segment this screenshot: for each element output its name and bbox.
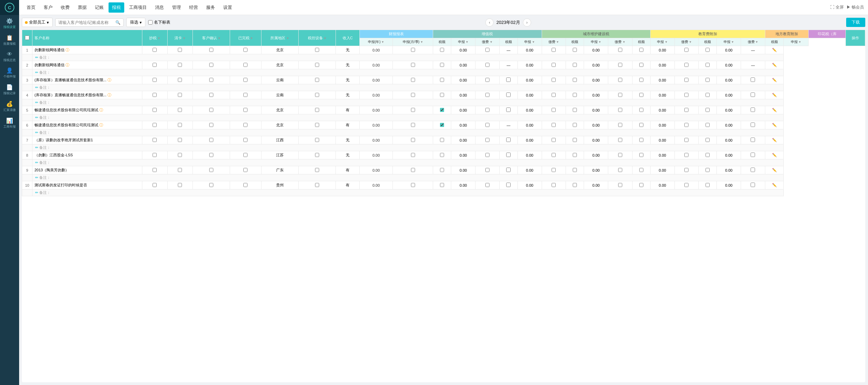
nav-settings[interactable]: 设置: [220, 2, 236, 13]
zz-shen: [475, 121, 500, 129]
income-cell: 无: [336, 151, 359, 159]
tax-device-cell: [299, 181, 336, 189]
nav-industrial[interactable]: 工商项目: [126, 2, 150, 13]
row-num: 8: [22, 151, 32, 159]
caiwu-month-cell: [433, 46, 451, 54]
zz-shen: [475, 61, 500, 69]
region-cell: 北京: [261, 46, 298, 54]
zz-val: 0.00: [451, 76, 475, 84]
df-shen: [674, 151, 699, 159]
jy-jiao: [632, 121, 650, 129]
app-logo: C: [0, 0, 19, 15]
table-row: 2 勿删新锐网络通信 ⓘ 北京 无 0.00 0.00 — 0.00 0.00 …: [22, 61, 865, 69]
table-row: 9 2013（陶美芳勿删） 广东 有 0.00 0.00 0.00 0.00 0…: [22, 166, 865, 174]
sidebar-item-annual-report[interactable]: 📊 工商年报: [0, 115, 19, 131]
client-name: 2013（陶美芳勿删）: [32, 166, 142, 174]
th-jy-tax: 税额: [632, 38, 650, 46]
filter-button[interactable]: 筛选 ▾: [126, 18, 145, 27]
name-list-checkbox[interactable]: [148, 20, 153, 25]
fullscreen-btn[interactable]: ⛶ 全屏: [830, 4, 843, 10]
zz-val: 0.00: [451, 151, 475, 159]
df-jiao: [699, 136, 717, 144]
note-row: ✏ 备注：: [22, 129, 865, 136]
yh-val: 0.00: [717, 106, 741, 114]
zz-val: 0.00: [451, 61, 475, 69]
sidebar-item-tax-records[interactable]: 📄 报税记录: [0, 81, 19, 98]
batch-tax-icon: 📋: [6, 34, 13, 41]
zz-jiao: —: [499, 46, 517, 54]
nav-records[interactable]: 记账: [91, 2, 107, 13]
zz-shen: [475, 136, 500, 144]
nav-invoice[interactable]: 票据: [74, 2, 90, 13]
zz-jiao: —: [499, 61, 517, 69]
region-cell: 广东: [261, 166, 298, 174]
sidebar-item-tax-view[interactable]: 👁 报税总览: [0, 48, 19, 65]
nav-service[interactable]: 服务: [203, 2, 218, 13]
jy-val: 0.00: [584, 91, 608, 99]
th-cs-jiao: 缴费▼: [542, 38, 566, 46]
jy-jiao: [632, 91, 650, 99]
tax-device-cell: [299, 166, 336, 174]
sidebar-item-tax-settings[interactable]: ⚙️ 报税设置: [0, 15, 19, 32]
sidebar-item-batch-tax[interactable]: 📋 批量报税: [0, 32, 19, 48]
sidebar-item-personal-tax[interactable]: 👤 个税申报: [0, 65, 19, 81]
jy-jiao: [632, 61, 650, 69]
caiwu-year-cell: [393, 121, 433, 129]
edit-cell[interactable]: ✏️: [765, 61, 784, 69]
download-button[interactable]: 下载: [846, 18, 865, 27]
copy-tax-cell: [142, 106, 167, 114]
jy-jiao: [632, 106, 650, 114]
jy-jiao: [632, 136, 650, 144]
name-list-label: 名下标表: [154, 19, 170, 25]
region-cell: 北京: [261, 121, 298, 129]
paid-cell: [230, 136, 261, 144]
cs-shen: [542, 166, 566, 174]
zz-jiao: [499, 166, 517, 174]
df-shen: [674, 46, 699, 54]
edit-cell[interactable]: ✏️: [765, 166, 784, 174]
edit-cell[interactable]: ✏️: [765, 136, 784, 144]
jy-jiao: [632, 46, 650, 54]
nav-management[interactable]: 管理: [169, 2, 184, 13]
clear-card-cell: [167, 46, 193, 54]
nav-messages[interactable]: 消息: [152, 2, 167, 13]
edit-cell[interactable]: ✏️: [765, 121, 784, 129]
name-list-checkbox-label[interactable]: 名下标表: [148, 19, 170, 25]
edit-cell[interactable]: ✏️: [765, 181, 784, 189]
nav-billing[interactable]: 收费: [57, 2, 73, 13]
region-cell: 贵州: [261, 181, 298, 189]
nav-operation[interactable]: 经营: [186, 2, 201, 13]
clear-card-cell: [167, 76, 193, 84]
nav-home[interactable]: 首页: [23, 2, 39, 13]
th-income: 收入C: [336, 30, 359, 46]
member-btn[interactable]: ▶ 畅会员: [846, 4, 864, 10]
yh-shen: —: [741, 61, 765, 69]
sidebar-item-summary[interactable]: 💰 汇算清缴: [0, 98, 19, 115]
th-group-zengjia: 增值税: [433, 30, 542, 38]
caiwu-year-cell: [393, 151, 433, 159]
staff-dropdown-icon: ▾: [47, 20, 49, 25]
cs-shen: [542, 151, 566, 159]
zz-shen: [475, 76, 500, 84]
tax-device-cell: [299, 76, 336, 84]
row-num: 4: [22, 91, 32, 99]
edit-cell[interactable]: ✏️: [765, 91, 784, 99]
income-value: 0.00: [359, 61, 393, 69]
nav-tax[interactable]: 报税: [109, 2, 124, 13]
edit-cell[interactable]: ✏️: [765, 76, 784, 84]
prev-page-btn[interactable]: ‹: [485, 18, 494, 27]
cs-val: 0.00: [517, 106, 542, 114]
edit-cell[interactable]: ✏️: [765, 151, 784, 159]
th-df-tax: 税额: [699, 38, 717, 46]
edit-cell[interactable]: ✏️: [765, 106, 784, 114]
cs-jiao: [566, 106, 584, 114]
select-all-checkbox[interactable]: [25, 35, 29, 40]
zz-jiao: [499, 136, 517, 144]
edit-cell[interactable]: ✏️: [765, 46, 784, 54]
nav-client[interactable]: 客户: [40, 2, 56, 13]
search-icon[interactable]: 🔍: [115, 20, 120, 25]
search-input[interactable]: [58, 20, 115, 25]
income-cell: 无: [336, 46, 359, 54]
next-page-btn[interactable]: ›: [523, 18, 531, 27]
staff-select[interactable]: 全部员工 ▾: [22, 18, 53, 27]
